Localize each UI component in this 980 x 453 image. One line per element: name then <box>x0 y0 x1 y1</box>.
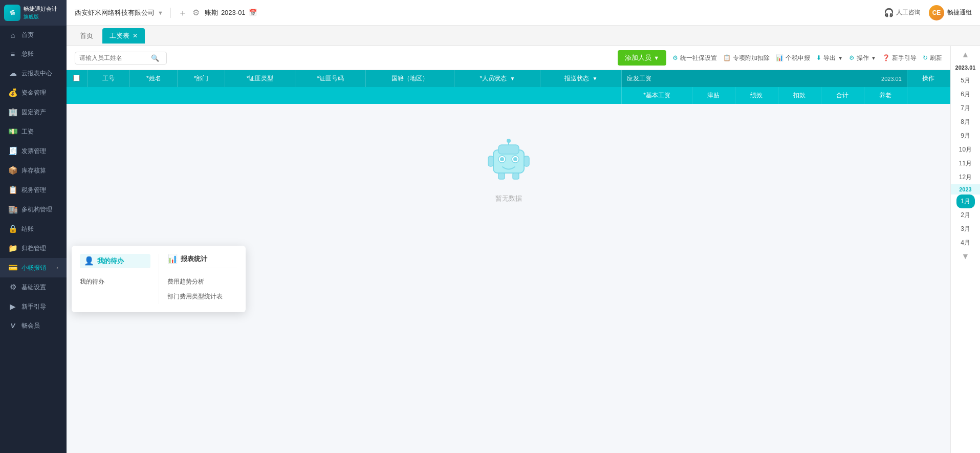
sidebar-item-cloud[interactable]: ☁ 云报表中心 <box>0 63 67 83</box>
salary-icon: 💵 <box>8 127 17 136</box>
operate-button[interactable]: ⚙ 操作 ▼ <box>849 54 876 62</box>
empty-robot-icon <box>483 135 534 186</box>
export-icon: ⬇ <box>816 54 821 61</box>
month-3[interactable]: 3月 <box>951 222 980 236</box>
popup-col-todo-header: 👤 我的待办 <box>80 254 150 268</box>
search-box[interactable]: 🔍 <box>75 52 167 64</box>
empty-state: 暂无数据 <box>67 104 950 234</box>
month-7[interactable]: 7月 <box>951 101 980 115</box>
toolbar-actions: 添加人员 ▼ ⚙ 统一社保设置 📋 专项附加扣除 📊 个税申报 <box>618 50 942 66</box>
month-12[interactable]: 12月 <box>951 170 980 184</box>
period-selector[interactable]: 账期 2023-01 📅 <box>205 8 257 17</box>
avatar: CE <box>929 5 944 20</box>
add-company-icon[interactable]: ＋ <box>178 7 187 19</box>
cloud-icon: ☁ <box>8 69 17 78</box>
month-4[interactable]: 4月 <box>951 236 980 250</box>
popup-menu: 👤 我的待办 我的待办 📊 报表统计 费用趋势分析 部门费用类型统计表 <box>72 246 246 312</box>
th-send-status[interactable]: 报送状态 ▼ <box>540 70 622 87</box>
sidebar-item-guide[interactable]: ▶ 新手引导 <box>0 297 67 316</box>
refresh-button[interactable]: ↻ 刷新 <box>923 54 942 62</box>
assets-icon: 🏢 <box>8 107 17 117</box>
guide-toolbar-icon: ❓ <box>882 54 890 61</box>
logo-text: 畅捷通好会计 旗舰版 <box>24 5 57 20</box>
tax-report-button[interactable]: 📊 个税申报 <box>776 54 810 62</box>
search-input[interactable] <box>79 54 151 61</box>
sidebar-item-fund[interactable]: 💰 资金管理 <box>0 83 67 102</box>
th-subsidy: 津贴 <box>692 87 735 104</box>
th-bonus: 绩效 <box>735 87 778 104</box>
popup-item-todo[interactable]: 我的待办 <box>80 274 150 289</box>
social-settings-button[interactable]: ⚙ 统一社保设置 <box>672 54 717 62</box>
report-header-icon: 📊 <box>167 254 178 264</box>
xiao-icon: 💳 <box>8 263 17 272</box>
sidebar-item-xiao[interactable]: 💳 小畅报销 ‹ <box>0 258 67 277</box>
sidebar-item-archive[interactable]: 📁 归档管理 <box>0 239 67 258</box>
sidebar-item-closing[interactable]: 🔒 结账 <box>0 219 67 239</box>
company-selector[interactable]: 西安虾米网络科技有限公司 ▼ <box>75 8 163 17</box>
user-menu[interactable]: CE 畅捷通组 <box>929 5 972 20</box>
send-filter-icon: ▼ <box>593 76 598 81</box>
th-country: 国籍（地区） <box>365 70 454 87</box>
month-10[interactable]: 10月 <box>951 143 980 157</box>
month-2[interactable]: 2月 <box>951 208 980 222</box>
sidebar-item-assets[interactable]: 🏢 固定资产 <box>0 102 67 122</box>
month-5[interactable]: 5月 <box>951 74 980 88</box>
popup-item-dept-report[interactable]: 部门费用类型统计表 <box>167 289 238 304</box>
month-8[interactable]: 8月 <box>951 115 980 129</box>
month-6[interactable]: 6月 <box>951 88 980 101</box>
sidebar-item-member[interactable]: V 畅会员 <box>0 316 67 335</box>
month-1-active[interactable]: 1月 <box>956 195 975 208</box>
sidebar-item-multi[interactable]: 🏬 多机构管理 <box>0 200 67 219</box>
svg-rect-10 <box>498 173 505 179</box>
th-name: *姓名 <box>130 70 178 87</box>
closing-icon: 🔒 <box>8 224 17 233</box>
svg-point-6 <box>500 157 504 161</box>
status-filter-icon: ▼ <box>510 76 515 81</box>
empty-text: 暂无数据 <box>495 194 522 203</box>
company-name: 西安虾米网络科技有限公司 <box>75 8 155 17</box>
svg-rect-11 <box>513 173 519 179</box>
guide-button[interactable]: ❓ 新手引导 <box>882 54 917 62</box>
month-nav-2023: 2023 <box>951 184 980 195</box>
main-area: 西安虾米网络科技有限公司 ▼ ＋ ⚙ 账期 2023-01 📅 🎧 人工咨询 C… <box>67 0 980 453</box>
month-11[interactable]: 11月 <box>951 157 980 170</box>
popup-item-trend[interactable]: 费用趋势分析 <box>167 274 238 289</box>
sidebar-item-home[interactable]: ⌂ 首页 <box>0 26 67 45</box>
tab-salary[interactable]: 工资表 ✕ <box>102 28 145 44</box>
special-deduct-button[interactable]: 📋 专项附加扣除 <box>723 54 770 62</box>
sidebar-item-tax[interactable]: 📋 税务管理 <box>0 180 67 200</box>
sidebar-item-salary[interactable]: 💵 工资 <box>0 122 67 141</box>
th-status[interactable]: *人员状态 ▼ <box>454 70 540 87</box>
special-icon: 📋 <box>723 54 731 61</box>
member-icon: V <box>8 322 17 330</box>
checkbox-header[interactable] <box>67 70 87 87</box>
settings-icon[interactable]: ⚙ <box>192 8 200 17</box>
svg-point-7 <box>513 157 517 161</box>
month-nav-up[interactable]: ▲ <box>962 48 970 61</box>
export-button[interactable]: ⬇ 导出 ▼ <box>816 54 843 62</box>
salary-toolbar: 🔍 添加人员 ▼ ⚙ 统一社保设置 📋 专项附加扣除 <box>67 46 950 70</box>
select-all-checkbox[interactable] <box>73 75 80 81</box>
popup-col-todo: 👤 我的待办 我的待办 <box>80 254 150 304</box>
ledger-icon: ≡ <box>8 50 17 58</box>
home-icon: ⌂ <box>8 31 17 39</box>
add-person-button[interactable]: 添加人员 ▼ <box>618 50 666 66</box>
service-button[interactable]: 🎧 人工咨询 <box>884 8 921 17</box>
social-icon: ⚙ <box>672 54 678 61</box>
fund-icon: 💰 <box>8 88 17 97</box>
sidebar-item-basic[interactable]: ⚙ 基础设置 <box>0 277 67 297</box>
sidebar-item-inventory[interactable]: 📦 库存核算 <box>0 161 67 180</box>
month-nav-down[interactable]: ▼ <box>962 250 970 263</box>
svg-point-3 <box>507 139 511 143</box>
month-9[interactable]: 9月 <box>951 129 980 143</box>
sidebar-item-ledger[interactable]: ≡ 总账 <box>0 45 67 63</box>
sidebar-item-invoice[interactable]: 🧾 发票管理 <box>0 141 67 161</box>
tab-close-salary[interactable]: ✕ <box>133 32 138 39</box>
calendar-icon: 📅 <box>249 9 257 16</box>
tax-report-icon: 📊 <box>776 54 783 61</box>
month-nav-year-header: 2023.01 <box>953 61 978 74</box>
tab-home[interactable]: 首页 <box>73 28 100 44</box>
basic-icon: ⚙ <box>8 283 17 292</box>
content-area: 🔍 添加人员 ▼ ⚙ 统一社保设置 📋 专项附加扣除 <box>67 46 980 453</box>
popup-col-report: 📊 报表统计 费用趋势分析 部门费用类型统计表 <box>167 254 238 304</box>
